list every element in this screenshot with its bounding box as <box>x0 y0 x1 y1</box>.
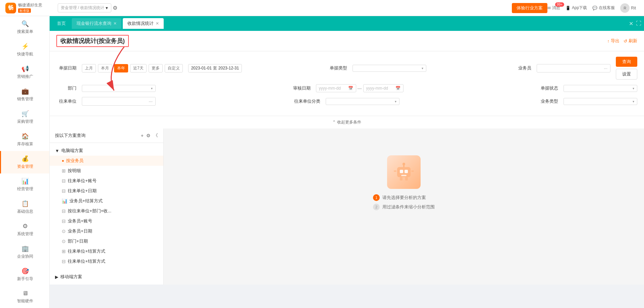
refresh-button[interactable]: ↺ 刷新 <box>624 38 637 44</box>
tree-child-salesman-settlement[interactable]: 📊 业务员+结算方式 <box>50 196 163 206</box>
tree-mobile-arrow: ▶ <box>55 274 58 279</box>
sidebar-item-hardware[interactable]: 🖥 智能硬件 <box>0 286 49 308</box>
sidebar-item-inventory[interactable]: 🏠 库存核算 <box>0 129 49 151</box>
breadcrumb-text: 资金管理 / 收款情况统计 <box>61 5 104 11</box>
add-scheme-icon[interactable]: + <box>141 133 144 138</box>
sidebar-label-finance: 资金管理 <box>17 164 33 169</box>
sidebar-label-system: 系统管理 <box>17 231 33 237</box>
settings-gear-icon[interactable]: ⚙ <box>113 5 117 11</box>
sidebar-item-operations[interactable]: 📊 经营管理 <box>0 173 49 196</box>
app-download-button[interactable]: 📱 App下载 <box>566 5 587 11</box>
tab-close-all-icon[interactable]: ✕ <box>629 20 633 27</box>
sidebar-item-corp[interactable]: 🏢 企业协同 <box>0 241 49 263</box>
system-icon: ⚙ <box>22 222 28 230</box>
scheme-settings-icon[interactable]: ⚙ <box>146 133 151 138</box>
export-button[interactable]: ↑ 导出 <box>607 38 620 44</box>
date-btn-7days[interactable]: 近7天 <box>130 64 147 72</box>
collapse-bar[interactable]: ⌃ 收起更多条件 <box>50 116 644 129</box>
left-panel-header: 按以下方案查询 + ⚙ 《 <box>50 129 163 143</box>
sidebar-item-purchase[interactable]: 🛒 采购管理 <box>0 106 49 129</box>
voucher-type-label: 单据类型 <box>327 65 347 71</box>
tree-child-salesman-account[interactable]: ⊟ 业务员+账号 <box>50 216 163 226</box>
sidebar-item-system[interactable]: ⚙ 系统管理 <box>0 218 49 241</box>
tree-child-salesman-date[interactable]: ⊙ 业务员+日期 <box>50 226 163 236</box>
voucher-type-select[interactable]: ▾ <box>353 65 426 72</box>
marketing-icon: 📢 <box>21 65 29 72</box>
sidebar-label-hardware: 智能硬件 <box>17 298 33 304</box>
tree-child-detail[interactable]: ⊞ 按明细 <box>50 166 163 176</box>
empty-icon <box>387 155 421 189</box>
tab-receipt[interactable]: 收款情况统计 ✕ <box>123 18 164 29</box>
tree-parent-pc[interactable]: ▼ 电脑端方案 <box>50 146 163 156</box>
messages-button[interactable]: ✉ 消息 99+ <box>547 5 560 11</box>
sidebar-item-basic[interactable]: 📋 基础信息 <box>0 196 49 218</box>
date-btn-custom[interactable]: 自定义 <box>165 64 183 72</box>
tab-close-bank[interactable]: ✕ <box>113 21 117 26</box>
filter-row-3: 往来单位 ··· 往来单位分类 ▾ 业务类型 <box>56 97 637 106</box>
content-body: 按以下方案查询 + ⚙ 《 ▼ 电脑端方案 ● <box>50 129 644 285</box>
tree-child-salesman[interactable]: ● 按业务员 <box>50 156 163 166</box>
voucher-type-arrow: ▾ <box>422 66 423 70</box>
app-logo: 畅 <box>5 3 16 13</box>
tree-child-dept-date[interactable]: ⊙ 部门+日期 <box>50 236 163 246</box>
tree-child-unit-account[interactable]: ⊟ 往来单位+账号 <box>50 176 163 186</box>
refresh-icon: ↺ <box>624 39 627 44</box>
tab-bank[interactable]: 现金银行流水查询 ✕ <box>72 18 121 29</box>
tree-child-unit-dept-receipt[interactable]: ⊟ 按往来单位+部门+收... <box>50 206 163 216</box>
tab-bar-right: ✕ ⛶ <box>629 20 641 27</box>
date-btn-more[interactable]: 更多 <box>149 64 163 72</box>
content-area: 首页 现金银行流水查询 ✕ 收款情况统计 ✕ ✕ ⛶ 收款情况统计(按业务员) <box>50 16 644 308</box>
salesman-settlement-icon: 📊 <box>62 198 67 204</box>
collapse-panel-icon[interactable]: 《 <box>153 133 158 139</box>
trial-button[interactable]: 体验行业方案 <box>512 3 547 13</box>
sidebar-item-marketing[interactable]: 📢 营销推广 <box>0 61 49 84</box>
biz-type-arrow: ▾ <box>633 100 634 103</box>
step-num-1: 1 <box>373 194 380 201</box>
online-service-button[interactable]: 💬 在线客服 <box>592 5 615 11</box>
operations-icon: 📊 <box>21 177 29 185</box>
svg-rect-6 <box>394 170 396 172</box>
tree-child-unit-settlement2[interactable]: ⊟ 往来单位+结算方式 <box>50 256 163 266</box>
date-btn-this-month[interactable]: 本月 <box>98 64 112 72</box>
salesman-select[interactable]: ··· <box>537 64 610 72</box>
breadcrumb-nav[interactable]: 资金管理 / 收款情况统计 ▾ <box>58 3 111 12</box>
corp-icon: 🏢 <box>21 245 29 252</box>
messages-badge: 99+ <box>555 2 564 7</box>
set-button[interactable]: 设置 <box>616 69 637 80</box>
sidebar-item-finance[interactable]: 💰 资金管理 <box>0 151 49 173</box>
tab-close-receipt[interactable]: ✕ <box>156 21 159 26</box>
voucher-status-select[interactable]: ▾ <box>564 85 637 92</box>
svg-rect-3 <box>401 175 407 176</box>
tab-home[interactable]: 首页 <box>52 18 70 29</box>
review-date-end[interactable]: yyyy-mm-dd 📅 <box>363 84 404 92</box>
sidebar-item-quick[interactable]: ⚡ 快捷导航 <box>0 39 49 61</box>
tree-section-mobile: ▶ 移动端方案 <box>50 269 163 285</box>
sidebar-label-operations: 经营管理 <box>17 186 33 192</box>
biz-type-select[interactable]: ▾ <box>564 98 637 105</box>
sidebar-item-guide[interactable]: 🎯 新手引导 <box>0 263 49 286</box>
biz-type-label: 业务类型 <box>538 98 558 104</box>
empty-state: 1 请先选择要分析的方案 2 用过滤条件来缩小分析范围 <box>164 129 644 237</box>
salesman-label: 业务员 <box>511 65 531 71</box>
tab-fullscreen-icon[interactable]: ⛶ <box>636 20 641 27</box>
salesman-date-icon: ⊙ <box>62 228 66 234</box>
query-button[interactable]: 查询 <box>616 57 637 67</box>
from-unit-select[interactable]: ··· <box>82 97 156 106</box>
tree-child-unit-date[interactable]: ⊟ 往来单位+日期 <box>50 186 163 196</box>
review-date-start[interactable]: yyyy-mm-dd 📅 <box>316 84 356 92</box>
date-btn-last-month[interactable]: 上月 <box>82 64 96 72</box>
tree-child-unit-settlement1[interactable]: ⊞ 往来单位+结算方式 <box>50 246 163 256</box>
sidebar-item-sales[interactable]: 💼 销售管理 <box>0 84 49 106</box>
user-avatar[interactable]: R Rit <box>620 3 636 13</box>
date-btn-this-year[interactable]: 本年 <box>114 64 128 72</box>
sidebar-item-search[interactable]: 🔍 搜索菜单 <box>0 16 49 39</box>
page-header-actions: ↑ 导出 ↺ 刷新 <box>607 38 638 44</box>
dept-select[interactable]: ▾ <box>82 85 156 92</box>
svg-rect-8 <box>400 177 402 181</box>
filter-and-body: 单据日期 上月 本月 本年 近7天 更多 自定义 2023-01-01 至 <box>50 51 644 285</box>
left-panel-title: 按以下方案查询 <box>55 133 138 139</box>
from-unit-category-select[interactable]: ▾ <box>326 98 399 105</box>
robot-svg <box>390 159 417 186</box>
purchase-icon: 🛒 <box>21 110 29 117</box>
tree-parent-mobile[interactable]: ▶ 移动端方案 <box>50 272 163 282</box>
